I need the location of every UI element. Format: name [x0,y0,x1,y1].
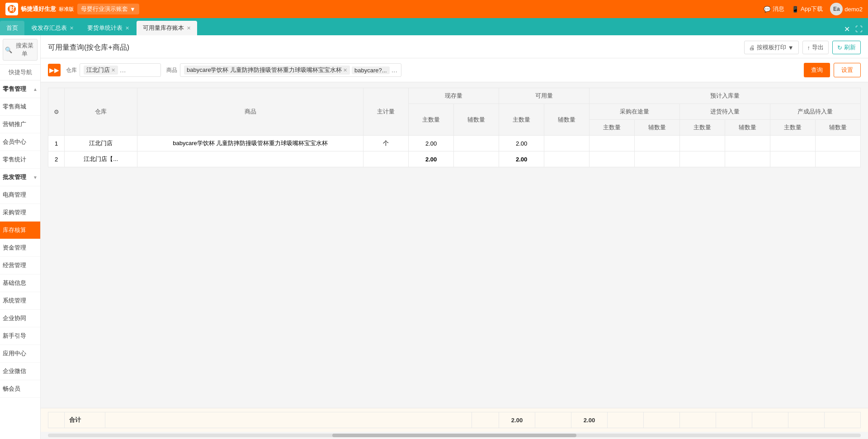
warehouse-tag: 江北门店 ✕ [84,66,118,75]
row2-stock-aux [454,151,499,167]
search-menu-btn[interactable]: 🔍 搜索菜单 [3,39,38,61]
product-input[interactable]: babycare学饮杯 儿童防摔防撞吸管杯重力球吸嘴杯宝宝水杯 ✕ babyca… [180,63,401,77]
nav-close-btn[interactable]: ✕ [842,23,852,35]
quick-nav-btn[interactable]: 快捷导航 [0,65,40,80]
horizontal-scrollbar[interactable] [48,434,861,437]
sidebar-item-system-mgmt[interactable]: 系统管理 [0,292,40,310]
row2-finished-main [770,151,815,167]
sidebar-item-marketing[interactable]: 营销推广 [0,116,40,133]
chevron-down-icon: ▼ [788,44,794,51]
app-download-btn[interactable]: 📱 App下载 [792,5,823,13]
nav-right-buttons: ✕ ⛶ [842,23,868,35]
row1-available-main: 2.00 [499,136,544,151]
total-stock-aux [535,412,571,428]
row1-stock-main: 2.00 [409,136,454,151]
sidebar-item-finance-mgmt[interactable]: 资金管理 [0,239,40,257]
total-purchase-aux [680,412,716,428]
product-more-btn[interactable]: ... [392,66,397,74]
page-header: 可用量查询(按仓库+商品) 🖨 按模板打印 ▼ ↑ 导出 ↻ 刷新 [41,35,868,58]
row2-finished-aux [815,151,860,167]
tab-available-stock[interactable]: 可用量库存账本 ✕ [137,21,197,35]
query-btn[interactable]: 查询 [804,63,830,77]
row2-index: 2 [48,151,65,167]
row2-unit [363,151,409,167]
close-tab-order-stats[interactable]: ✕ [125,25,129,31]
industry-selector[interactable]: 母婴行业演示账套 ▼ [77,4,139,14]
row1-finished-aux [815,136,860,151]
sidebar-search: 🔍 搜索菜单 [0,35,40,65]
export-icon: ↑ [807,44,811,51]
sidebar-item-vip-member[interactable]: 畅会员 [0,380,40,398]
sidebar-item-enterprise-wechat[interactable]: 企业微信 [0,363,40,380]
total-unit-empty [472,412,499,428]
close-tab-receive-summary[interactable]: ✕ [70,25,74,31]
settings-btn[interactable]: 设置 [834,63,861,77]
sidebar-item-retail-stats[interactable]: 零售统计 [0,151,40,169]
sidebar-item-enterprise-collab[interactable]: 企业协同 [0,310,40,327]
row1-incoming-aux [725,136,770,151]
remove-warehouse-tag[interactable]: ✕ [111,67,115,73]
sidebar-item-app-center[interactable]: 应用中心 [0,345,40,363]
row1-purchase-aux [635,136,680,151]
sidebar-item-inventory-check[interactable]: 库存核算 [0,222,40,239]
sidebar-item-retail-mgmt[interactable]: 零售管理 ▲ [0,80,40,98]
incoming-aux-header: 辅数量 [725,120,770,136]
message-btn[interactable]: 💬 消息 [764,5,784,13]
row2-purchase-main [590,151,635,167]
template-print-btn[interactable]: 🖨 按模板打印 ▼ [744,41,799,54]
expand-icon-wholesale: ▼ [33,175,38,180]
expand-icon: ▲ [33,87,38,92]
row2-incoming-aux [725,151,770,167]
finished-aux-header: 辅数量 [815,120,860,136]
sidebar-item-wholesale-mgmt[interactable]: 批发管理 ▼ [0,169,40,186]
export-btn[interactable]: ↑ 导出 [802,41,829,54]
row2-stock-main: 2.00 [409,151,454,167]
settings-icon[interactable]: ⚙ [54,109,59,115]
col-warehouse-header: 仓库 [65,88,137,136]
total-incoming-main [716,412,752,428]
tab-home[interactable]: 首页 [0,21,24,35]
sidebar-item-member-center[interactable]: 会员中心 [0,133,40,151]
filter-warehouse-group: 仓库 江北门店 ✕ ... [66,63,161,77]
user-profile[interactable]: Ea demo2 [830,3,863,15]
tab-receive-summary[interactable]: 收发存汇总表 ✕ [25,21,80,35]
sidebar-item-operations-mgmt[interactable]: 经营管理 [0,257,40,274]
page-actions: 🖨 按模板打印 ▼ ↑ 导出 ↻ 刷新 [744,41,861,54]
incoming-pending-header: 进货待入量 [680,104,770,120]
row2-available-main: 2.00 [499,151,544,167]
warehouse-more-btn[interactable]: ... [120,66,126,74]
sidebar-item-retail-mall[interactable]: 零售商城 [0,98,40,116]
total-available-main: 2.00 [571,412,608,428]
row1-available-aux [544,136,590,151]
total-row: 合计 2.00 2.00 [48,412,861,428]
available-main-qty-header: 主数量 [499,104,544,136]
page-title: 可用量查询(按仓库+商品) [48,43,129,52]
close-tab-available-stock[interactable]: ✕ [187,25,191,31]
nav-fullscreen-btn[interactable]: ⛶ [854,24,864,35]
row2-product [137,151,363,167]
scrollbar-thumb[interactable] [332,434,576,437]
refresh-btn[interactable]: ↻ 刷新 [832,41,861,54]
total-finished-main [788,412,825,428]
nav-tabs: 首页 收发存汇总表 ✕ 要货单统计表 ✕ 可用量库存账本 ✕ ✕ ⛶ [0,18,868,35]
row1-stock-aux [454,136,499,151]
top-bar: 财 畅捷通好生意 标准版 母婴行业演示账套 ▼ 💬 消息 📱 App下载 Ea … [0,0,868,18]
row2-available-aux [544,151,590,167]
svg-text:财: 财 [9,5,15,12]
product-tag-1: babycare学饮杯 儿童防摔防撞吸管杯重力球吸嘴杯宝宝水杯 ✕ [184,66,350,75]
warehouse-input[interactable]: 江北门店 ✕ ... [80,63,161,77]
col-settings: ⚙ [48,88,65,136]
tab-order-stats[interactable]: 要货单统计表 ✕ [81,21,136,35]
sidebar-item-ecommerce-mgmt[interactable]: 电商管理 [0,186,40,204]
stock-aux-qty-header: 辅数量 [454,104,499,136]
app-logo-icon: 财 [5,3,18,15]
sidebar-item-purchase-mgmt[interactable]: 采购管理 [0,204,40,222]
finished-main-header: 主数量 [770,120,815,136]
total-finished-aux [825,412,861,428]
finished-goods-header: 产成品待入量 [770,104,860,120]
remove-product-tag-1[interactable]: ✕ [343,67,347,73]
sidebar-item-new-guide[interactable]: 新手引导 [0,327,40,345]
table-container: ⚙ 仓库 商品 主计量 现存量 可用量 预计入库量 主数量 辅数量 主数量 辅数… [41,82,868,408]
sidebar-item-basic-info[interactable]: 基础信息 [0,274,40,292]
filter-expand-btn[interactable]: ▶▶ [48,64,61,76]
